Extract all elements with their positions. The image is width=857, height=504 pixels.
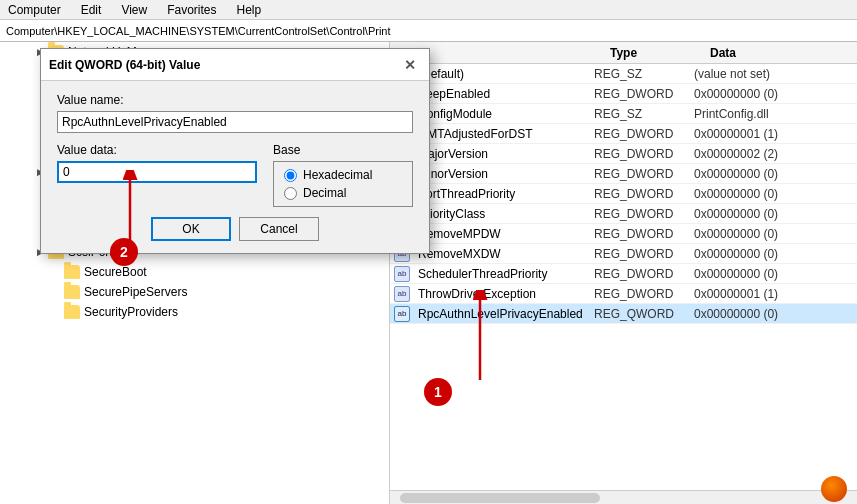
base-section: Base Hexadecimal Decimal [273,143,413,207]
expand-arrow-empty [48,284,64,300]
table-row[interactable]: ab MinorVersion REG_DWORD 0x00000000 (0) [390,164,857,184]
row-data: 0x00000000 (0) [694,167,857,181]
value-data-field: Value data: [57,143,257,207]
menu-edit[interactable]: Edit [77,3,106,17]
menu-computer[interactable]: Computer [4,3,65,17]
menu-view[interactable]: View [117,3,151,17]
row-type: REG_DWORD [594,267,694,281]
base-label: Base [273,143,413,157]
tree-item-label: SecureBoot [84,265,147,279]
row-data: PrintConfig.dll [694,107,857,121]
row-type: REG_DWORD [594,87,694,101]
row-name-text: SchedulerThreadPriority [418,267,547,281]
expand-arrow-empty [48,264,64,280]
ok-button[interactable]: OK [151,217,231,241]
folder-icon [64,305,80,319]
value-data-input[interactable] [57,161,257,183]
row-type: REG_QWORD [594,307,694,321]
menu-help[interactable]: Help [233,3,266,17]
taskbar-area [821,476,847,502]
table-header: Name Type Data [390,42,857,64]
edit-qword-dialog[interactable]: Edit QWORD (64-bit) Value ✕ Value name: … [40,48,430,254]
dialog-close-button[interactable]: ✕ [399,54,421,76]
row-type: REG_DWORD [594,207,694,221]
table-row[interactable]: ab PriorityClass REG_DWORD 0x00000000 (0… [390,204,857,224]
tree-item-label: SecurityProviders [84,305,178,319]
tree-item-label: SecurePipeServers [84,285,187,299]
menu-favorites[interactable]: Favorites [163,3,220,17]
radio-dec-input[interactable] [284,187,297,200]
row-data: 0x00000000 (0) [694,207,857,221]
dialog-data-row: Value data: Base Hexadecimal Decimal [57,143,413,207]
tree-item-secureboot[interactable]: SecureBoot [0,262,389,282]
reg-qword-icon: ab [394,306,410,322]
radio-hex-label: Hexadecimal [303,168,372,182]
reg-dword-icon: ab [394,286,410,302]
table-row[interactable]: ab PortThreadPriority REG_DWORD 0x000000… [390,184,857,204]
cancel-button[interactable]: Cancel [239,217,319,241]
table-row[interactable]: ab MajorVersion REG_DWORD 0x00000002 (2) [390,144,857,164]
dialog-titlebar: Edit QWORD (64-bit) Value ✕ [41,49,429,81]
value-data-label: Value data: [57,143,257,157]
table-row[interactable]: ab ConfigModule REG_SZ PrintConfig.dll [390,104,857,124]
row-data: 0x00000000 (0) [694,307,857,321]
reg-dword-icon: ab [394,266,410,282]
row-type: REG_DWORD [594,287,694,301]
row-data: 0x00000000 (0) [694,267,857,281]
tree-item-securepipeservers[interactable]: SecurePipeServers [0,282,389,302]
right-panel: Name Type Data ab (Default) REG_SZ (valu… [390,42,857,504]
col-data-header: Data [710,46,857,60]
table-row[interactable]: ab RemoveMPDW REG_DWORD 0x00000000 (0) [390,224,857,244]
row-type: REG_SZ [594,107,694,121]
row-name-text: GMTAdjustedForDST [418,127,532,141]
row-type: REG_DWORD [594,147,694,161]
row-data: 0x00000002 (2) [694,147,857,161]
table-row-rpcauthn[interactable]: ab RpcAuthnLevelPrivacyEnabled REG_QWORD… [390,304,857,324]
table-row[interactable]: ab BeepEnabled REG_DWORD 0x00000000 (0) [390,84,857,104]
address-bar: Computer\HKEY_LOCAL_MACHINE\SYSTEM\Curre… [0,20,857,42]
value-name-input[interactable] [57,111,413,133]
dialog-buttons: OK Cancel [57,217,413,241]
taskbar-icon[interactable] [821,476,847,502]
value-name-label: Value name: [57,93,413,107]
menu-bar: Computer Edit View Favorites Help [0,0,857,20]
row-type: REG_DWORD [594,187,694,201]
horizontal-scrollbar[interactable] [390,490,857,504]
radio-hex-input[interactable] [284,169,297,182]
row-name-text: RemoveMPDW [418,227,501,241]
expand-arrow-empty [48,304,64,320]
dialog-title: Edit QWORD (64-bit) Value [49,58,200,72]
radio-hexadecimal[interactable]: Hexadecimal [284,168,402,182]
radio-group: Hexadecimal Decimal [273,161,413,207]
row-data: 0x00000000 (0) [694,247,857,261]
registry-table: Name Type Data ab (Default) REG_SZ (valu… [390,42,857,490]
table-row[interactable]: ab (Default) REG_SZ (value not set) [390,64,857,84]
row-data: 0x00000000 (0) [694,227,857,241]
table-row[interactable]: ab SchedulerThreadPriority REG_DWORD 0x0… [390,264,857,284]
row-name-text: RpcAuthnLevelPrivacyEnabled [418,307,583,321]
row-name-text: PortThreadPriority [418,187,515,201]
row-data: (value not set) [694,67,857,81]
dialog-body: Value name: Value data: Base Hexadecimal [41,81,429,253]
row-data: 0x00000001 (1) [694,127,857,141]
radio-dec-label: Decimal [303,186,346,200]
row-type: REG_DWORD [594,227,694,241]
row-type: REG_DWORD [594,247,694,261]
folder-icon [64,265,80,279]
col-type-header: Type [610,46,710,60]
row-type: REG_DWORD [594,127,694,141]
tree-item-securityproviders[interactable]: SecurityProviders [0,302,389,322]
row-type: REG_SZ [594,67,694,81]
row-data: 0x00000000 (0) [694,87,857,101]
radio-decimal[interactable]: Decimal [284,186,402,200]
row-data: 0x00000000 (0) [694,187,857,201]
table-row[interactable]: ab RemoveMXDW REG_DWORD 0x00000000 (0) [390,244,857,264]
row-name-text: ThrowDriverException [418,287,536,301]
table-row[interactable]: ab ThrowDriverException REG_DWORD 0x0000… [390,284,857,304]
row-name-text: RemoveMXDW [418,247,501,261]
row-type: REG_DWORD [594,167,694,181]
table-row[interactable]: ab GMTAdjustedForDST REG_DWORD 0x0000000… [390,124,857,144]
folder-icon [64,285,80,299]
address-text: Computer\HKEY_LOCAL_MACHINE\SYSTEM\Curre… [6,25,391,37]
row-data: 0x00000001 (1) [694,287,857,301]
